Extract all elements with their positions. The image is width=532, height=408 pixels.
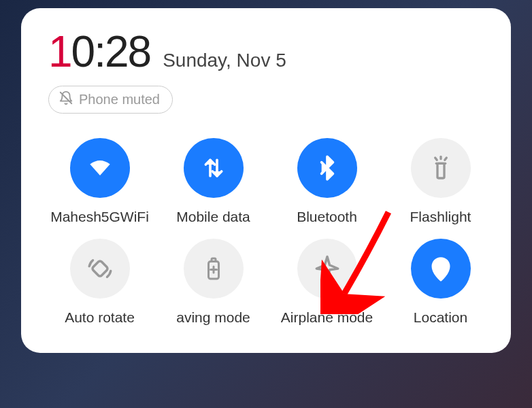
bluetooth-icon (314, 154, 341, 182)
auto-rotate-label: Auto rotate (65, 309, 135, 326)
flashlight-icon (427, 154, 454, 182)
flashlight-label: Flashlight (410, 209, 471, 225)
bluetooth-label: Bluetooth (297, 209, 357, 225)
tile-bluetooth: Bluetooth (276, 138, 378, 225)
airplane-label: Airplane mode (281, 309, 373, 326)
header-row: 10:28 Sunday, Nov 5 (48, 30, 492, 73)
location-pin-icon (427, 255, 454, 282)
tile-saving-mode: aving mode (162, 239, 265, 326)
data-arrows-icon (200, 154, 227, 182)
airplane-icon (313, 254, 342, 283)
svg-line-3 (435, 158, 437, 160)
mobile-data-label: Mobile data (176, 209, 250, 225)
clock-time: 10:28 (48, 30, 150, 73)
svg-point-10 (437, 264, 443, 269)
flashlight-toggle[interactable] (411, 138, 471, 198)
svg-line-4 (444, 158, 446, 160)
tile-flashlight: Flashlight (389, 138, 492, 225)
clock-first-digit: 1 (48, 27, 71, 76)
wifi-toggle[interactable] (70, 138, 130, 198)
airplane-mode-toggle[interactable] (297, 239, 357, 299)
quick-tiles-grid: Mahesh5GWiFi Mobile data Bluetooth (48, 138, 492, 326)
location-label: Location (414, 309, 467, 326)
battery-saver-icon (201, 255, 226, 282)
saving-mode-label: aving mode (176, 309, 250, 326)
svg-rect-1 (437, 163, 444, 178)
saving-mode-toggle[interactable] (184, 239, 244, 299)
auto-rotate-toggle[interactable] (70, 239, 130, 299)
tile-mobile-data: Mobile data (162, 138, 265, 225)
svg-rect-7 (212, 258, 216, 262)
wifi-icon (85, 153, 115, 183)
wifi-label: Mahesh5GWiFi (50, 209, 149, 225)
tile-wifi: Mahesh5GWiFi (48, 138, 151, 225)
bell-muted-icon (59, 90, 73, 109)
auto-rotate-icon (86, 254, 114, 283)
mobile-data-toggle[interactable] (184, 138, 244, 198)
tile-auto-rotate: Auto rotate (48, 239, 151, 326)
clock-rest: 0:28 (71, 27, 151, 76)
tile-airplane: Airplane mode (276, 239, 378, 326)
date-label: Sunday, Nov 5 (163, 50, 286, 71)
phone-muted-label: Phone muted (79, 92, 160, 107)
phone-muted-chip[interactable]: Phone muted (48, 86, 173, 114)
bluetooth-toggle[interactable] (297, 138, 357, 198)
quick-settings-panel: 10:28 Sunday, Nov 5 Phone muted Mahesh5G… (21, 8, 511, 353)
location-toggle[interactable] (411, 239, 471, 299)
tile-location: Location (389, 239, 492, 326)
svg-rect-5 (91, 260, 108, 277)
